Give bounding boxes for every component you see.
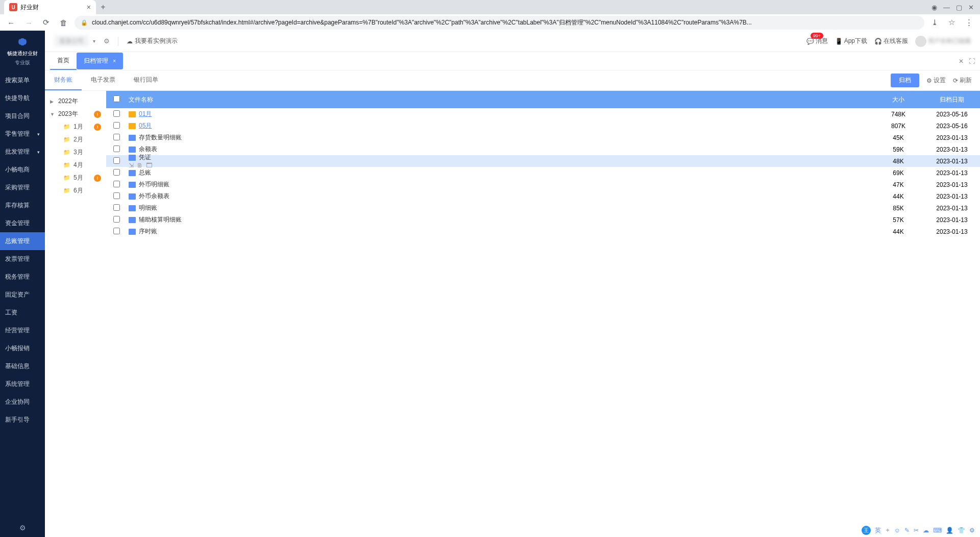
close-all-tabs-icon[interactable]: ✕: [959, 58, 964, 65]
sidebar-item[interactable]: 搜索菜单: [0, 71, 45, 89]
new-tab-button[interactable]: +: [96, 3, 110, 12]
row-checkbox[interactable]: [113, 145, 120, 152]
table-row[interactable]: 外币余额表 44K 2023-01-13: [106, 190, 980, 202]
sidebar-item[interactable]: 新手引导: [0, 411, 45, 429]
star-icon[interactable]: ☆: [945, 17, 958, 28]
row-checkbox[interactable]: [113, 216, 120, 223]
ime-cloud-icon[interactable]: ☁: [923, 527, 929, 534]
company-selector[interactable]: 某某公司 ▾ ⚙: [54, 35, 110, 47]
ime-edit-icon[interactable]: ✎: [904, 527, 910, 534]
sidebar-item[interactable]: 工资: [0, 304, 45, 322]
row-checkbox[interactable]: [113, 134, 120, 140]
tab-archive[interactable]: 归档管理 ×: [77, 53, 123, 69]
ime-lang[interactable]: 英: [875, 526, 881, 535]
table-row[interactable]: 外币明细账 47K 2023-01-13: [106, 179, 980, 190]
tree-month[interactable]: 📁3月: [45, 146, 106, 159]
row-checkbox[interactable]: [113, 169, 120, 176]
col-checkbox[interactable]: [106, 95, 127, 104]
tab-invoice[interactable]: 电子发票: [82, 70, 125, 90]
table-row[interactable]: 05月 807K 2023-05-16: [106, 120, 980, 132]
row-checkbox[interactable]: [113, 157, 120, 164]
table-row[interactable]: 01月 748K 2023-05-16: [106, 108, 980, 120]
account-icon[interactable]: ◉: [932, 4, 937, 11]
tree-month[interactable]: 📁4月: [45, 159, 106, 172]
settings-button[interactable]: ⚙ 设置: [926, 76, 946, 85]
row-checkbox[interactable]: [113, 181, 120, 187]
pdf-icon[interactable]: 🗎: [137, 162, 143, 169]
table-row[interactable]: 凭证⇲🗎🗔 48K 2023-01-13: [106, 155, 980, 167]
sidebar-item[interactable]: 零售管理▾: [0, 125, 45, 143]
tree-month[interactable]: 📁6月: [45, 184, 106, 197]
sidebar-item[interactable]: 税务管理: [0, 268, 45, 286]
ime-settings-icon[interactable]: ⚙: [969, 527, 975, 534]
sidebar-item[interactable]: 总账管理: [0, 232, 45, 250]
demo-link[interactable]: ☁ 我要看实例演示: [127, 37, 178, 45]
fullscreen-icon[interactable]: ⛶: [969, 58, 975, 65]
service-button[interactable]: 🎧 在线客服: [874, 37, 908, 45]
ime-cut-icon[interactable]: ✂: [914, 527, 919, 534]
user-menu[interactable]: 用户名称已隐藏: [915, 36, 971, 47]
file-name[interactable]: 01月: [139, 110, 152, 117]
tab-close-icon[interactable]: ×: [87, 3, 91, 11]
table-row[interactable]: 总账 69K 2023-01-13: [106, 167, 980, 179]
menu-icon[interactable]: ⋮: [962, 17, 976, 28]
sidebar-item[interactable]: 库存核算: [0, 197, 45, 214]
ime-tool-icon[interactable]: ✦: [885, 527, 890, 534]
file-name[interactable]: 05月: [139, 122, 152, 129]
tree-year-2022[interactable]: ▶ 2022年: [45, 95, 106, 108]
maximize-icon[interactable]: ▢: [956, 4, 962, 11]
preview-icon[interactable]: 🗔: [146, 162, 152, 169]
install-icon[interactable]: ⤓: [928, 17, 941, 28]
messages-button[interactable]: 💬 99+ 消息: [806, 37, 828, 45]
table-row[interactable]: 序时账 44K 2023-01-13: [106, 226, 980, 237]
row-checkbox[interactable]: [113, 122, 120, 129]
sidebar-item[interactable]: 基础信息: [0, 357, 45, 375]
ime-keyboard-icon[interactable]: ⌨: [933, 527, 942, 534]
ime-person-icon[interactable]: 👤: [946, 527, 953, 534]
tab-bank[interactable]: 银行回单: [125, 70, 167, 90]
tree-month[interactable]: 📁2月: [45, 133, 106, 146]
tree-year-2023[interactable]: ▼ 2023年 !: [45, 108, 106, 120]
sidebar-settings-icon[interactable]: ⚙: [0, 519, 45, 537]
row-checkbox[interactable]: [113, 228, 120, 234]
table-row[interactable]: 辅助核算明细账 57K 2023-01-13: [106, 214, 980, 226]
sidebar-item[interactable]: 固定资产: [0, 286, 45, 304]
ime-smile-icon[interactable]: ☺: [894, 527, 900, 534]
forward-icon[interactable]: →: [22, 17, 36, 28]
select-all-checkbox[interactable]: [113, 95, 120, 102]
refresh-button[interactable]: ⟳ 刷新: [953, 76, 972, 85]
sidebar-item[interactable]: 发票管理: [0, 250, 45, 268]
sidebar-item[interactable]: 小畅报销: [0, 339, 45, 357]
download-button[interactable]: 📱 App下载: [835, 37, 867, 45]
gear-icon[interactable]: ⚙: [104, 37, 110, 45]
table-row[interactable]: 明细账 85K 2023-01-13: [106, 202, 980, 214]
sidebar-item[interactable]: 快捷导航: [0, 89, 45, 107]
ime-shirt-icon[interactable]: 👕: [958, 527, 965, 534]
archive-button[interactable]: 归档: [891, 74, 919, 87]
sidebar-item[interactable]: 项目合同: [0, 107, 45, 125]
sidebar-item[interactable]: 采购管理: [0, 179, 45, 197]
row-checkbox[interactable]: [113, 204, 120, 211]
close-window-icon[interactable]: ✕: [968, 4, 974, 11]
tree-month[interactable]: 📁1月!: [45, 120, 106, 133]
browser-tab[interactable]: U 好业财 ×: [4, 0, 96, 14]
row-checkbox[interactable]: [113, 192, 120, 199]
tab-home[interactable]: 首页: [50, 52, 77, 70]
url-field[interactable]: 🔒 cloud.chanjet.com/cc/u6d89qwnryel/57bf…: [75, 16, 924, 30]
minimize-icon[interactable]: —: [943, 4, 950, 11]
ime-logo-icon[interactable]: 王: [862, 526, 871, 535]
sidebar-item[interactable]: 系统管理: [0, 375, 45, 393]
sidebar-item[interactable]: 资金管理: [0, 214, 45, 232]
tree-month[interactable]: 📁5月!: [45, 172, 106, 184]
sidebar-item[interactable]: 企业协同: [0, 393, 45, 411]
table-row[interactable]: 存货数量明细账 45K 2023-01-13: [106, 132, 980, 143]
row-checkbox[interactable]: [113, 110, 120, 117]
sidebar-item[interactable]: 批发管理▾: [0, 143, 45, 161]
sidebar-item[interactable]: 小畅电商: [0, 161, 45, 179]
reload-icon[interactable]: ⟳: [40, 17, 53, 28]
tab-finance[interactable]: 财务账: [45, 70, 82, 90]
sidebar-item[interactable]: 经营管理: [0, 322, 45, 339]
close-tab-icon[interactable]: ×: [113, 58, 116, 64]
delete-icon[interactable]: 🗑: [57, 17, 70, 28]
back-icon[interactable]: ←: [4, 17, 18, 28]
